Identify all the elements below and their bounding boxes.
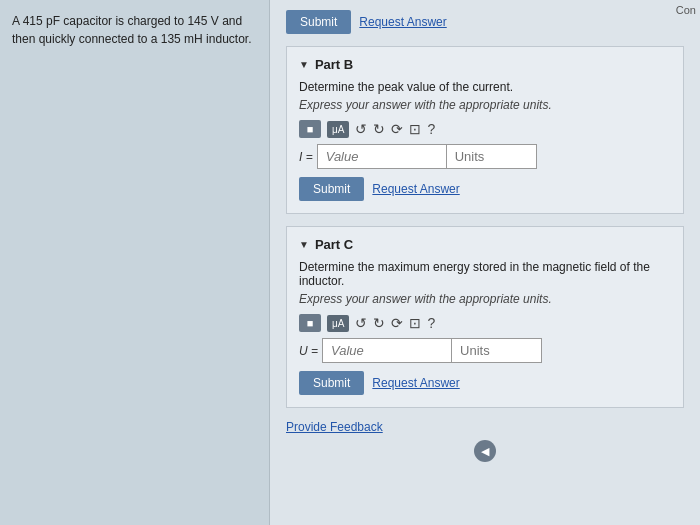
part-b-label: Part B — [315, 57, 353, 72]
part-b-refresh-icon[interactable]: ⟳ — [391, 121, 403, 137]
part-c-toolbar: ■ μA ↺ ↻ ⟳ ⊡ ? — [299, 314, 671, 332]
part-c-block-btn[interactable]: ■ — [299, 314, 321, 332]
part-c-unit-btn[interactable]: μA — [327, 315, 349, 332]
part-b-undo-icon[interactable]: ↺ — [355, 121, 367, 137]
part-c-screen-icon[interactable]: ⊡ — [409, 315, 421, 331]
part-b-value-input[interactable] — [317, 144, 447, 169]
part-c-undo-icon[interactable]: ↺ — [355, 315, 367, 331]
part-b-help-icon[interactable]: ? — [427, 121, 435, 137]
part-b-block-btn[interactable]: ■ — [299, 120, 321, 138]
part-c-note: Express your answer with the appropriate… — [299, 292, 671, 306]
top-request-button[interactable]: Request Answer — [359, 15, 446, 29]
part-c-value-input[interactable] — [322, 338, 452, 363]
main-panel: Con Submit Request Answer ▼ Part B Deter… — [270, 0, 700, 525]
part-c-input-row: U = — [299, 338, 671, 363]
part-b-redo-icon[interactable]: ↻ — [373, 121, 385, 137]
top-bar: Submit Request Answer — [286, 10, 684, 34]
part-c-help-icon[interactable]: ? — [427, 315, 435, 331]
bottom-nav: ◀ — [286, 440, 684, 462]
part-c-units-input[interactable] — [452, 338, 542, 363]
part-c-request-button[interactable]: Request Answer — [372, 376, 459, 390]
part-b-header: ▼ Part B — [299, 57, 671, 72]
part-c-footer: Submit Request Answer — [299, 371, 671, 395]
part-b-screen-icon[interactable]: ⊡ — [409, 121, 421, 137]
part-b-section: ▼ Part B Determine the peak value of the… — [286, 46, 684, 214]
part-c-redo-icon[interactable]: ↻ — [373, 315, 385, 331]
feedback-link[interactable]: Provide Feedback — [286, 420, 684, 434]
corner-label: Con — [676, 4, 696, 16]
part-b-arrow-icon[interactable]: ▼ — [299, 59, 309, 70]
part-b-input-row: I = — [299, 144, 671, 169]
part-b-description: Determine the peak value of the current. — [299, 80, 671, 94]
part-b-request-button[interactable]: Request Answer — [372, 182, 459, 196]
top-submit-button[interactable]: Submit — [286, 10, 351, 34]
part-c-label: Part C — [315, 237, 353, 252]
part-b-units-input[interactable] — [447, 144, 537, 169]
part-c-header: ▼ Part C — [299, 237, 671, 252]
part-b-footer: Submit Request Answer — [299, 177, 671, 201]
part-c-section: ▼ Part C Determine the maximum energy st… — [286, 226, 684, 408]
part-b-submit-button[interactable]: Submit — [299, 177, 364, 201]
part-c-submit-button[interactable]: Submit — [299, 371, 364, 395]
part-b-toolbar: ■ μA ↺ ↻ ⟳ ⊡ ? — [299, 120, 671, 138]
part-c-description: Determine the maximum energy stored in t… — [299, 260, 671, 288]
part-c-arrow-icon[interactable]: ▼ — [299, 239, 309, 250]
nav-circle[interactable]: ◀ — [474, 440, 496, 462]
part-b-input-label: I = — [299, 150, 313, 164]
part-b-note: Express your answer with the appropriate… — [299, 98, 671, 112]
left-panel: A 415 pF capacitor is charged to 145 V a… — [0, 0, 270, 525]
problem-text: A 415 pF capacitor is charged to 145 V a… — [12, 12, 257, 48]
part-c-refresh-icon[interactable]: ⟳ — [391, 315, 403, 331]
part-c-input-label: U = — [299, 344, 318, 358]
part-b-unit-btn[interactable]: μA — [327, 121, 349, 138]
